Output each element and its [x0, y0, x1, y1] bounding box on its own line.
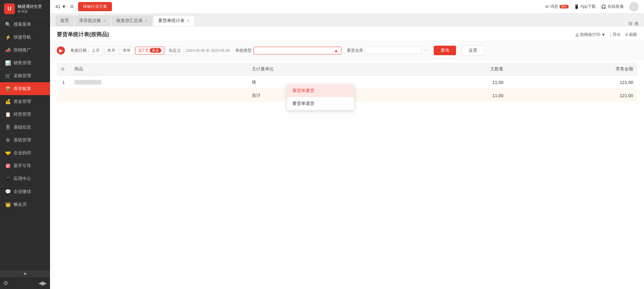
col-product: 商品	[70, 63, 248, 76]
sidebar-item-search[interactable]: 🔍 搜索菜单	[0, 18, 50, 31]
sidebar-item-label: 资金管理	[14, 98, 31, 105]
page-header: 要货单统计表(按商品) 🖨 按模板打印 ▼ ↓ 导出 ↺ 刷新	[50, 26, 644, 41]
finance-icon: 💰	[5, 99, 11, 104]
basics-icon: 🗄	[5, 125, 11, 130]
message-item[interactable]: ✉ 消息 99+	[545, 4, 569, 9]
tab-receive-summary[interactable]: 收发存汇总表 ✕	[112, 15, 152, 26]
row-no: 1	[57, 76, 70, 89]
app-icon: 📱	[574, 4, 579, 9]
date-btn-last-month[interactable]: 上月	[89, 47, 103, 54]
date-buttons: 上月 本月 本年 近7天 更多 自定义	[89, 47, 184, 54]
logo-name: 畅捷通好生意	[18, 4, 42, 9]
col-unit: 主计量单位	[248, 63, 400, 76]
product-name-blurred	[74, 80, 101, 85]
close-tab-receive-summary[interactable]: ✕	[145, 19, 148, 23]
more-filter-icon[interactable]: ···	[424, 47, 428, 53]
page-title: 要货单统计表(按商品)	[57, 31, 109, 38]
type-select-input[interactable]	[257, 48, 333, 53]
sidebar-item-purchase[interactable]: 🛒 采购管理	[0, 69, 50, 82]
sidebar-item-label: 营销推广	[14, 47, 31, 53]
sidebar-item-label: 应用中心	[14, 176, 31, 182]
type-filter-group: 单据类型 ▲	[235, 47, 341, 54]
operations-icon: 📋	[5, 112, 11, 117]
date-btn-custom[interactable]: 自定义	[166, 47, 184, 54]
refresh-button[interactable]: ↺ 刷新	[625, 32, 637, 38]
date-btn-this-year[interactable]: 本年	[120, 47, 134, 54]
type-chevron-icon[interactable]: ▲	[334, 48, 338, 53]
content-area: 要货单统计表(按商品) 🖨 按模板打印 ▼ ↓ 导出 ↺ 刷新	[50, 26, 644, 289]
beginner-icon: 🎯	[5, 163, 11, 169]
page-actions: 🖨 按模板打印 ▼ ↓ 导出 ↺ 刷新	[575, 32, 637, 38]
close-tab-order-stats[interactable]: ✕	[187, 19, 190, 23]
col-amount: 零售金额	[507, 63, 637, 76]
row-quantity: 11.00	[400, 76, 507, 89]
dropdown-item-order-goods[interactable]: 要货单要货	[287, 84, 354, 97]
sidebar-item-beginner[interactable]: 🎯 新手引导	[0, 159, 50, 172]
tab-expand-icon[interactable]: ⊞	[635, 21, 639, 26]
date-btn-this-month[interactable]: 本月	[104, 47, 118, 54]
sidebar-item-basics[interactable]: 🗄 基础信息	[0, 121, 50, 134]
dropdown-item-order-return[interactable]: 要货单退货	[287, 97, 354, 110]
filter-toggle-icon: ▶	[59, 48, 63, 53]
collapse-icon[interactable]: ◀▶	[39, 280, 47, 286]
warehouse-input[interactable]	[365, 47, 422, 54]
settings-bottom-icon[interactable]: ⚙	[3, 280, 8, 286]
sidebar-item-label: 销售管理	[14, 60, 31, 66]
message-badge: 99+	[559, 5, 569, 8]
sidebar-item-finance[interactable]: 💰 资金管理	[0, 95, 50, 108]
main-area: 41 ▼ ⚙ 体验行业方案 ✉ 消息 99+ 📱 App下载 🎧 在线客服	[50, 0, 644, 289]
header-right: ✉ 消息 99+ 📱 App下载 🎧 在线客服	[545, 2, 639, 12]
print-button[interactable]: 🖨 按模板打印 ▼	[575, 32, 605, 38]
date-btn-7days[interactable]: 近7天 更多	[135, 47, 164, 54]
set-button[interactable]: 设置	[461, 45, 484, 55]
tab-home-label: 首页	[60, 18, 69, 24]
tabs-bar: 首页 库存批次账 ✕ 收发存汇总表 ✕ 要货单统计表 ✕ ⊟ ⊞	[50, 14, 644, 26]
trial-button[interactable]: 体验行业方案	[78, 2, 112, 11]
row-amount: 121.00	[507, 76, 637, 89]
tab-home[interactable]: 首页	[55, 15, 74, 26]
total-quantity: 11.00	[400, 89, 507, 102]
sidebar-item-inventory[interactable]: 📦 库存核算	[0, 82, 50, 95]
refresh-icon: ↺	[625, 32, 628, 37]
sidebar-item-label: 基础信息	[14, 124, 31, 130]
app-download-item[interactable]: 📱 App下载	[574, 4, 596, 9]
sidebar-item-system[interactable]: ⚙ 系统管理	[0, 134, 50, 147]
sidebar-item-app-center[interactable]: 📱 应用中心	[0, 172, 50, 185]
avatar[interactable]	[629, 2, 639, 12]
tab-order-stats[interactable]: 要货单统计表 ✕	[153, 15, 195, 26]
service-label: 在线客服	[607, 4, 624, 9]
app-center-icon: 📱	[5, 176, 11, 181]
table-settings-icon[interactable]: ⚙	[61, 67, 65, 72]
sidebar-item-enterprise[interactable]: 🤝 企业协同	[0, 147, 50, 159]
print-chevron-icon: ▼	[601, 32, 605, 37]
store-name: 41	[55, 4, 60, 9]
sidebar-scroll-down[interactable]: ▼	[0, 271, 50, 277]
sidebar-item-marketing[interactable]: 📣 营销推广	[0, 44, 50, 57]
top-header: 41 ▼ ⚙ 体验行业方案 ✉ 消息 99+ 📱 App下载 🎧 在线客服	[50, 0, 644, 14]
tab-collapse-icon[interactable]: ⊟	[628, 21, 633, 26]
tab-inventory-batch-label: 库存批次账	[79, 18, 101, 24]
sidebar-item-shortcut[interactable]: ⚡ 快捷导航	[0, 31, 50, 44]
sidebar-item-label: 企业协同	[14, 150, 31, 156]
query-button[interactable]: 查询	[434, 46, 456, 55]
store-selector[interactable]: 41 ▼	[55, 4, 66, 9]
filter-toggle-btn[interactable]: ▶	[57, 46, 65, 54]
search-nav-icon: 🔍	[5, 22, 11, 27]
tab-inventory-batch[interactable]: 库存批次账 ✕	[74, 15, 111, 26]
sidebar-item-label: 经营管理	[14, 111, 31, 117]
member-icon: 👑	[5, 202, 11, 207]
sidebar-item-label: 畅会员	[14, 201, 27, 207]
export-button[interactable]: ↓ 导出	[610, 32, 621, 38]
sidebar-item-sales[interactable]: 📊 销售管理	[0, 57, 50, 69]
sidebar-item-operations[interactable]: 📋 经营管理	[0, 108, 50, 121]
sidebar-item-member[interactable]: 👑 畅会员	[0, 198, 50, 211]
close-tab-inventory-batch[interactable]: ✕	[103, 19, 106, 23]
header-settings-icon[interactable]: ⚙	[70, 4, 74, 9]
inventory-icon: 📦	[5, 86, 11, 91]
sidebar-item-wechat[interactable]: 💬 企业微信	[0, 185, 50, 198]
sidebar-logo[interactable]: U 畅捷通好生意 标准版	[0, 0, 50, 18]
tab-order-stats-label: 要货单统计表	[158, 18, 185, 24]
service-item[interactable]: 🎧 在线客服	[601, 4, 624, 9]
type-select-box[interactable]: ▲	[254, 47, 341, 54]
more-dates-badge: 更多	[150, 48, 161, 53]
